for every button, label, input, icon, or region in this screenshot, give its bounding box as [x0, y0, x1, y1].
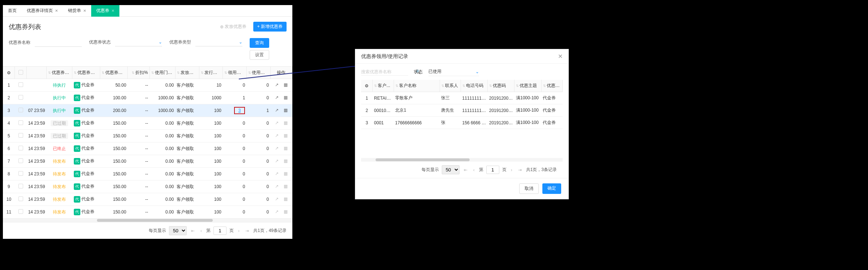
- chevron-down-icon: ⌄: [158, 40, 162, 45]
- voucher-icon: 代: [74, 196, 80, 203]
- table-row[interactable]: 8 14 23:59 待发布 代 代金券 150.00 -- 0.00 客户领取…: [3, 168, 292, 180]
- last-page-button[interactable]: ⇥: [244, 228, 250, 233]
- table-row[interactable]: 10 14 23:59 待发布 代 代金券 150.00 -- 0.00 客户领…: [3, 193, 292, 206]
- next-page-button[interactable]: ›: [509, 167, 514, 173]
- voucher-icon: 代: [74, 209, 80, 215]
- row-checkbox[interactable]: [18, 196, 23, 201]
- status-badge: 已过期: [51, 120, 68, 126]
- tab-sales-order[interactable]: 销货单✕: [63, 5, 91, 17]
- qrcode-icon[interactable]: [283, 133, 288, 139]
- share-icon[interactable]: [274, 133, 280, 139]
- close-icon[interactable]: ✕: [111, 9, 114, 13]
- table-row[interactable]: 11 14 23:59 待发布 代 代金券 150.00 -- 0.00 客户领…: [3, 206, 292, 219]
- share-icon[interactable]: [274, 120, 280, 126]
- qrcode-icon[interactable]: [283, 184, 288, 190]
- gear-icon[interactable]: ⚙: [7, 70, 11, 75]
- row-checkbox[interactable]: [18, 209, 23, 214]
- filter-type-label: 优惠券类型: [169, 39, 191, 45]
- coupon-status-select[interactable]: ⌄: [115, 38, 162, 46]
- share-icon[interactable]: [274, 209, 280, 215]
- row-checkbox[interactable]: [18, 133, 23, 138]
- share-icon[interactable]: [274, 158, 280, 164]
- coupon-type-select[interactable]: ⌄: [195, 38, 242, 46]
- table-row[interactable]: 7 14 23:59 待发布 代 代金券 150.00 -- 0.00 客户领取…: [3, 155, 292, 168]
- prev-page-button[interactable]: ‹: [472, 167, 476, 173]
- confirm-button[interactable]: 确定: [542, 183, 561, 194]
- table-row[interactable]: 4 14 23:59 已过期 代 代金券 150.00 -- 0.00 客户领取…: [3, 117, 292, 130]
- tab-coupon-detail[interactable]: 优惠券详情页✕: [22, 5, 63, 17]
- settings-button[interactable]: 设置: [250, 50, 269, 60]
- qrcode-icon[interactable]: [283, 146, 288, 151]
- modal-search-input[interactable]: [361, 69, 415, 74]
- header-actions: ⊕ 发放优惠券 + 新增优惠券: [216, 22, 287, 32]
- share-icon[interactable]: [274, 95, 280, 101]
- tab-coupon[interactable]: 优惠券✕: [91, 5, 119, 17]
- row-checkbox[interactable]: [18, 158, 23, 163]
- distribute-button[interactable]: ⊕ 发放优惠券: [216, 22, 250, 32]
- close-icon[interactable]: ✕: [558, 53, 563, 60]
- share-icon[interactable]: [274, 171, 280, 177]
- qrcode-icon[interactable]: [283, 158, 288, 164]
- page-header: 优惠券列表 ⊕ 发放优惠券 + 新增优惠券: [3, 17, 292, 35]
- row-checkbox[interactable]: [18, 108, 23, 112]
- qrcode-icon[interactable]: [283, 196, 288, 202]
- share-icon[interactable]: [274, 108, 280, 113]
- row-checkbox[interactable]: [18, 146, 23, 150]
- share-icon[interactable]: [274, 196, 280, 202]
- qrcode-icon[interactable]: [283, 95, 288, 101]
- tab-home[interactable]: 首页: [3, 5, 22, 17]
- horizontal-scrollbar[interactable]: [3, 219, 292, 222]
- voucher-icon: 代: [74, 82, 80, 88]
- modal-horizontal-scrollbar[interactable]: [361, 158, 563, 162]
- status-badge: 待发布: [53, 171, 66, 176]
- qrcode-icon[interactable]: [283, 82, 288, 88]
- close-icon[interactable]: ✕: [83, 9, 86, 13]
- claimed-count-link[interactable]: 3: [234, 107, 245, 114]
- share-icon[interactable]: [274, 82, 280, 88]
- table-row[interactable]: 6 14 23:59 已终止 代 代金券 150.00 -- 0.00 客户领取…: [3, 142, 292, 155]
- select-all-checkbox[interactable]: [18, 70, 23, 75]
- search-button[interactable]: 查询: [250, 38, 269, 48]
- modal-status-select[interactable]: 已使用⌄: [428, 67, 479, 76]
- next-page-button[interactable]: ›: [237, 228, 241, 233]
- share-icon[interactable]: [274, 146, 280, 151]
- share-icon[interactable]: [274, 184, 280, 190]
- first-page-button[interactable]: ⇤: [190, 228, 196, 233]
- table-row[interactable]: 2 00010001 北京1 唐先生 11111111111 201912007…: [361, 104, 563, 117]
- table-row[interactable]: 1 待执行 代 代金券 50.00 -- 0.00 客户领取 10 0 0: [3, 79, 292, 92]
- modal-page-number-input[interactable]: [486, 166, 499, 174]
- coupon-name-input[interactable]: [35, 38, 82, 47]
- filter-status-label: 优惠券状态: [89, 39, 111, 45]
- first-page-button[interactable]: ⇤: [462, 167, 469, 173]
- table-row[interactable]: 3 07 23:59 执行中 代 代金券 200.00 -- 1000.00 客…: [3, 104, 292, 117]
- table-row[interactable]: 2 执行中 代 代金券 100.00 -- 1000.00 客户领取 1000 …: [3, 92, 292, 104]
- page-size-select[interactable]: 50: [169, 226, 187, 235]
- qrcode-icon[interactable]: [283, 108, 288, 113]
- row-checkbox[interactable]: [18, 184, 23, 188]
- row-checkbox[interactable]: [18, 120, 23, 125]
- prev-page-button[interactable]: ‹: [199, 228, 203, 233]
- usage-record-modal: 优惠券领用/使用记录 ✕ 🔍 状态 已使用⌄ ⚙ ⇅客户... ⇅客户名称 ⇅联…: [355, 49, 569, 199]
- close-icon[interactable]: ✕: [55, 9, 58, 13]
- chevron-down-icon: ⌄: [239, 40, 242, 45]
- table-row[interactable]: 1 RETAIL... 零散客户 张三 11111111111 20191200…: [361, 92, 563, 104]
- row-checkbox[interactable]: [18, 95, 23, 100]
- qrcode-icon[interactable]: [283, 209, 288, 215]
- table-row[interactable]: 5 14 23:59 已过期 代 代金券 150.00 -- 0.00 客户领取…: [3, 130, 292, 142]
- add-coupon-button[interactable]: + 新增优惠券: [253, 22, 287, 32]
- page-title: 优惠券列表: [9, 22, 41, 31]
- gear-icon[interactable]: ⚙: [365, 83, 369, 88]
- status-badge: 待发布: [53, 159, 66, 164]
- table-row[interactable]: 3 0001 17666666666 张 156 6666 6... 20191…: [361, 117, 563, 129]
- cancel-button[interactable]: 取消: [519, 183, 539, 194]
- voucher-icon: 代: [74, 120, 80, 126]
- modal-page-size-select[interactable]: 50: [442, 165, 460, 174]
- qrcode-icon[interactable]: [283, 171, 288, 177]
- voucher-icon: 代: [74, 107, 80, 114]
- qrcode-icon[interactable]: [283, 120, 288, 126]
- page-number-input[interactable]: [213, 227, 226, 235]
- table-row[interactable]: 9 14 23:59 待发布 代 代金券 150.00 -- 0.00 客户领取…: [3, 180, 292, 193]
- last-page-button[interactable]: ⇥: [517, 167, 523, 173]
- row-checkbox[interactable]: [18, 82, 23, 87]
- row-checkbox[interactable]: [18, 171, 23, 176]
